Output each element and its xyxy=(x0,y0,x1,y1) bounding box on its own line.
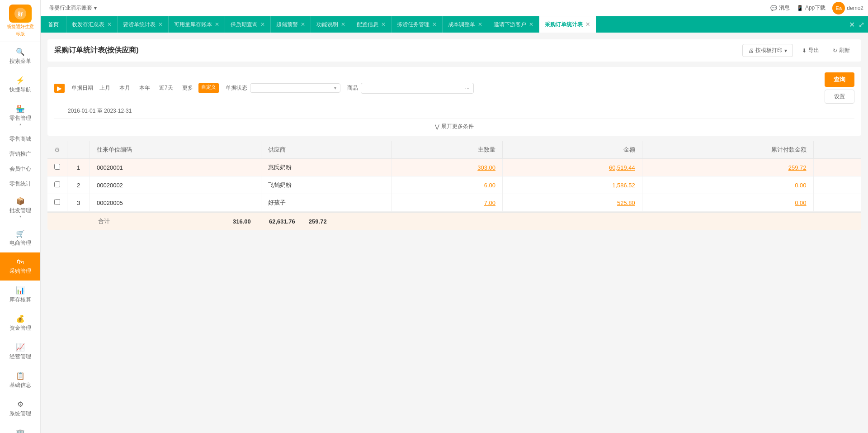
sidebar-item-wholesale[interactable]: 📦 批发管理 ▾ xyxy=(0,191,40,224)
tab-home[interactable]: 首页 xyxy=(41,16,66,33)
tab-function-desc[interactable]: 功能说明 ✕ xyxy=(311,16,351,33)
row-supplier: 飞鹤奶粉 xyxy=(261,176,391,194)
sidebar-item-finance[interactable]: 💰资金管理 xyxy=(0,309,40,338)
tab-close-icon[interactable]: ✕ xyxy=(107,21,112,28)
status-filter-label: 单据状态 xyxy=(226,84,247,92)
goods-input[interactable] xyxy=(365,85,463,91)
row-quantity: 7.00 xyxy=(392,194,503,212)
export-button[interactable]: ⬇ 导出 xyxy=(797,44,824,57)
date-btn-7days[interactable]: 近7天 xyxy=(156,83,177,93)
sidebar-item-search[interactable]: 🔍搜索菜单 xyxy=(0,42,40,71)
row-quantity: 6.00 xyxy=(392,176,503,194)
tab-purchase-summary[interactable]: 采购订单统计表 ✕ xyxy=(539,16,596,33)
date-btn-last-month[interactable]: 上月 xyxy=(96,83,114,93)
filter-toggle[interactable]: ▶ xyxy=(54,84,65,93)
row-checkbox[interactable] xyxy=(47,159,67,176)
tab-config-info[interactable]: 配置信息 ✕ xyxy=(351,16,392,33)
sidebar-item-retail-mall[interactable]: 零售商城 xyxy=(0,132,40,147)
custom-date-tag: 自定义 xyxy=(198,83,219,93)
query-actions: 查询 设置 xyxy=(825,72,854,104)
row-index: 2 xyxy=(67,176,90,194)
sidebar-item-retail[interactable]: 🏪 零售管理 ▴ xyxy=(0,99,40,132)
message-btn[interactable]: 💬 消息 xyxy=(770,4,790,12)
sidebar-item-basic[interactable]: 📋基础信息 xyxy=(0,366,40,395)
sidebar-item-marketing[interactable]: 营销推广 xyxy=(0,147,40,162)
content-area: 采购订单统计表(按供应商) 🖨 按模板打印 ▾ ⬇ 导出 ↻ 刷新 xyxy=(41,33,868,433)
row-checkbox[interactable] xyxy=(47,194,67,212)
date-btn-more[interactable]: 更多 xyxy=(179,83,197,93)
date-range-text: 2016-01-01 至 2023-12-31 xyxy=(68,107,132,115)
tab-close-icon[interactable]: ✕ xyxy=(478,21,482,28)
logo-text: 畅捷通好生意 xyxy=(7,24,34,30)
status-select[interactable]: ▾ xyxy=(250,83,340,93)
tab-close-icon[interactable]: ✕ xyxy=(301,21,305,28)
footer-paid: 259.72 xyxy=(302,218,338,225)
user-info[interactable]: Ea demo2 xyxy=(832,2,863,14)
table-footer: 合计 316.00 62,631.76 259.72 xyxy=(47,212,861,230)
logo-subtext: 标版 xyxy=(16,31,25,37)
tab-available-inventory[interactable]: 可用量库存账本 ✕ xyxy=(169,16,225,33)
print-button[interactable]: 🖨 按模板打印 ▾ xyxy=(742,44,793,57)
col-settings-header: ⚙ xyxy=(47,141,67,159)
tab-close-icon[interactable]: ✕ xyxy=(260,21,265,28)
tab-close-icon[interactable]: ✕ xyxy=(215,21,219,28)
query-button[interactable]: 查询 xyxy=(825,72,854,87)
expand-more-btn[interactable]: ⋁ 展开更多条件 xyxy=(54,119,854,130)
tab-goods-summary[interactable]: 要货单统计表 ✕ xyxy=(118,16,169,33)
sidebar-item-purchase[interactable]: 🛍采购管理 xyxy=(0,252,40,281)
tab-invite-downstream[interactable]: 邀请下游客户 ✕ xyxy=(488,16,539,33)
col-supplier-header: 供应商 xyxy=(261,141,391,159)
print-arrow-icon: ▾ xyxy=(784,48,787,54)
tab-pick-task[interactable]: 拣货任务管理 ✕ xyxy=(392,16,443,33)
date-buttons: 上月 本月 本年 近7天 更多 自定义 xyxy=(96,83,219,93)
close-all-icon[interactable]: ✕ xyxy=(849,20,855,29)
app-download-btn[interactable]: 📱 App下载 xyxy=(797,4,826,12)
col-paid-header: 累计付款金额 xyxy=(642,141,813,159)
print-icon: 🖨 xyxy=(748,48,754,54)
sidebar-item-retail-stats[interactable]: 零售统计 xyxy=(0,176,40,191)
row-code: 00020002 xyxy=(90,176,261,194)
sidebar-item-member[interactable]: 会员中心 xyxy=(0,162,40,176)
col-extra-header xyxy=(813,141,861,159)
message-icon: 💬 xyxy=(770,5,777,11)
row-checkbox[interactable] xyxy=(47,176,67,194)
date-btn-this-month[interactable]: 本月 xyxy=(116,83,134,93)
tab-cost-adjust[interactable]: 成本调整单 ✕ xyxy=(443,16,488,33)
tab-close-icon[interactable]: ✕ xyxy=(341,21,345,28)
tab-receive-summary[interactable]: 收发存汇总表 ✕ xyxy=(66,16,118,33)
sidebar-item-shortcut[interactable]: ⚡快捷导航 xyxy=(0,71,40,99)
filter-settings-button[interactable]: 设置 xyxy=(825,90,854,104)
table-settings-icon[interactable]: ⚙ xyxy=(54,146,60,153)
row-paid: 0.00 xyxy=(642,176,813,194)
tab-close-icon[interactable]: ✕ xyxy=(381,21,386,28)
row-extra xyxy=(813,194,861,212)
col-index-header xyxy=(67,141,90,159)
refresh-button[interactable]: ↻ 刷新 xyxy=(828,44,854,57)
expand-tab-icon[interactable]: ⤢ xyxy=(859,20,864,29)
footer-amount: 62,631.76 xyxy=(262,218,302,225)
tab-expiry-query[interactable]: 保质期查询 ✕ xyxy=(225,16,271,33)
date-btn-this-year[interactable]: 本年 xyxy=(136,83,154,93)
col-code-header: 往来单位编码 xyxy=(90,141,261,159)
sidebar-item-inventory[interactable]: 📊库存核算 xyxy=(0,281,40,309)
table-header-row: ⚙ 往来单位编码 供应商 主数量 金额 累计付款金额 xyxy=(47,141,861,159)
goods-filter: 商品 ··· xyxy=(347,83,474,94)
tab-close-icon[interactable]: ✕ xyxy=(158,21,163,28)
tab-close-icon[interactable]: ✕ xyxy=(585,21,590,28)
sidebar-item-ecommerce[interactable]: 🛒电商管理 xyxy=(0,224,40,252)
main-area: 母婴行业演示账套 ▾ 💬 消息 📱 App下载 Ea demo2 首页 收发存汇… xyxy=(41,0,868,433)
col-amount-header: 金额 xyxy=(503,141,642,159)
tab-overstock-warning[interactable]: 超储预警 ✕ xyxy=(271,16,311,33)
tab-close-icon[interactable]: ✕ xyxy=(432,21,437,28)
workspace-name: 母婴行业演示账套 xyxy=(49,4,92,12)
sidebar-item-operations[interactable]: 📈经营管理 xyxy=(0,338,40,366)
row-amount: 525.80 xyxy=(503,194,642,212)
sidebar-item-enterprise[interactable]: 🏢企业协同 xyxy=(0,423,40,433)
sidebar-item-system[interactable]: ⚙系统管理 xyxy=(0,395,40,423)
col-quantity-header: 主数量 xyxy=(392,141,503,159)
workspace-selector[interactable]: 母婴行业演示账套 ▾ xyxy=(45,2,102,14)
row-extra xyxy=(813,176,861,194)
tab-close-icon[interactable]: ✕ xyxy=(529,21,533,28)
date-filter-label: 单据日期 xyxy=(71,84,93,92)
goods-more-icon[interactable]: ··· xyxy=(465,85,470,91)
